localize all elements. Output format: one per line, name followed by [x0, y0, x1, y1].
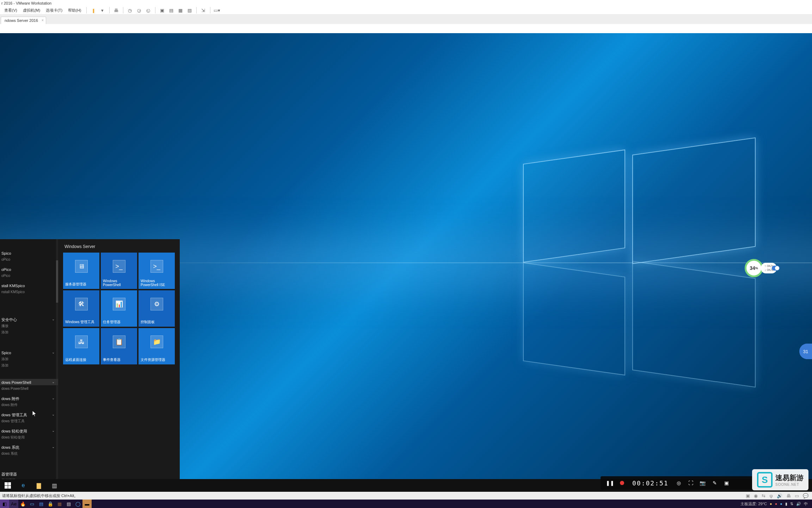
- menu-vm[interactable]: 虚拟机(M): [20, 8, 43, 13]
- host-app-3[interactable]: 🔥: [18, 500, 27, 508]
- sound-icon[interactable]: 🔊: [777, 493, 782, 498]
- print-icon[interactable]: 🖶: [113, 7, 119, 13]
- list-item[interactable]: oPico: [0, 266, 58, 272]
- display-icon[interactable]: ▭: [795, 493, 799, 498]
- list-group[interactable]: Spico: [0, 349, 58, 356]
- list-item[interactable]: 器管理器: [0, 471, 58, 477]
- tab-label: ndows Server 2016: [5, 18, 38, 23]
- start-app-list[interactable]: Spico oPico oPico oPico stall KMSpico ns…: [0, 239, 58, 479]
- cycle-icon[interactable]: ⇲: [200, 7, 207, 13]
- scrollbar[interactable]: [56, 239, 58, 479]
- net-icon[interactable]: ⇆: [762, 493, 765, 498]
- temp-label: 主板温度: 29°C: [740, 501, 767, 507]
- windows-logo-decor: [523, 146, 763, 386]
- list-group[interactable]: 安全中心: [0, 316, 58, 322]
- vm-tab[interactable]: ndows Server 2016 ×: [1, 17, 46, 24]
- start-tiles-panel: Windows Server 🖥服务器管理器 >_Windows PowerSh…: [58, 239, 180, 479]
- tile-group-title[interactable]: Windows Server: [63, 244, 175, 249]
- rdp-icon: 🖧: [75, 335, 88, 348]
- host-app-6[interactable]: 🔒: [46, 500, 55, 508]
- stretch-icon[interactable]: ▧: [186, 7, 193, 13]
- unity-icon[interactable]: ▤: [168, 7, 174, 13]
- host-app-2[interactable]: Ae: [9, 500, 18, 508]
- pause-icon[interactable]: ||: [90, 7, 97, 13]
- menu-view[interactable]: 查看(V): [1, 8, 20, 13]
- vmware-status-bar: 请将鼠标指针从虚拟机中移出或按 Ctrl+Alt。 ▣ ◉ ⇆ ψ 🔊 🖶 ▭ …: [0, 492, 812, 500]
- brush-icon[interactable]: ✎: [709, 478, 720, 488]
- taskbar-app[interactable]: ▥: [47, 479, 62, 492]
- tile-server-manager[interactable]: 🖥服务器管理器: [63, 253, 99, 289]
- tools-icon: 🛠: [75, 298, 88, 310]
- tile-remote-desktop[interactable]: 🖧远程桌面连接: [63, 328, 99, 364]
- printer-icon[interactable]: 🖶: [786, 493, 791, 498]
- recording-toolbar[interactable]: ❚❚ 00:02:51 ◎ ⛶ 📷 ✎ ▣: [601, 476, 756, 490]
- mouse-cursor: [32, 411, 37, 417]
- disk-icon[interactable]: ▣: [746, 493, 750, 498]
- taskbar-explorer[interactable]: ▇: [31, 479, 47, 492]
- cd-icon[interactable]: ◉: [754, 493, 758, 498]
- pause-rec-button[interactable]: ❚❚: [605, 478, 615, 488]
- host-app-1[interactable]: ◧: [0, 500, 9, 508]
- host-app-5[interactable]: ▤: [37, 500, 46, 508]
- vmware-title-bar: r 2016 - VMware Workstation: [0, 0, 812, 6]
- tile-admin-tools[interactable]: 🛠Windows 管理工具: [63, 290, 99, 327]
- start-button[interactable]: [0, 479, 16, 492]
- usb-icon[interactable]: ψ: [769, 493, 773, 498]
- list-group[interactable]: dows 轻松使用: [0, 428, 58, 434]
- side-bubble[interactable]: 31: [799, 344, 812, 359]
- tile-file-explorer[interactable]: 📁文件资源管理器: [139, 328, 175, 364]
- tile-control-panel[interactable]: ⚙控制面板: [139, 290, 175, 327]
- list-group[interactable]: dows 系统: [0, 444, 58, 450]
- host-app-9[interactable]: ◯: [73, 500, 82, 508]
- menu-tabs[interactable]: 选项卡(T): [43, 8, 65, 13]
- host-app-10[interactable]: ▬: [82, 500, 92, 508]
- tile-powershell-ise[interactable]: >_Windows PowerShell ISE: [139, 253, 175, 289]
- console-icon[interactable]: ▦: [177, 7, 184, 13]
- list-item-sub: oPico: [0, 256, 58, 262]
- windows-icon: [5, 482, 11, 489]
- toggle-icon[interactable]: [772, 266, 780, 271]
- snapshot-revert-icon[interactable]: ◵: [145, 7, 152, 13]
- list-item-sub: 添加: [0, 329, 58, 335]
- list-group[interactable]: dows 附件: [0, 395, 58, 401]
- expand-icon[interactable]: ⛶: [685, 478, 696, 488]
- host-app-4[interactable]: ▭: [27, 500, 37, 508]
- record-button[interactable]: [617, 478, 627, 488]
- library-icon[interactable]: ▭▾: [214, 7, 220, 13]
- tray-icon[interactable]: ●: [780, 502, 782, 506]
- tray-sound-icon[interactable]: 🔊: [796, 502, 801, 506]
- target-icon[interactable]: ◎: [673, 478, 684, 488]
- close-icon[interactable]: ×: [42, 18, 44, 22]
- host-app-7[interactable]: ▦: [55, 500, 64, 508]
- message-icon[interactable]: 💬: [803, 493, 808, 498]
- snapshot-manage-icon[interactable]: ◶: [136, 7, 142, 13]
- list-item-sub: 添加: [0, 356, 58, 362]
- tray-net-icon[interactable]: ⇅: [790, 502, 793, 506]
- tray-ime-icon[interactable]: 中: [804, 501, 808, 507]
- tray-icon[interactable]: ●: [770, 502, 772, 506]
- list-item-sub: dows 管理工具: [0, 418, 58, 424]
- snapshot-icon[interactable]: ◷: [127, 7, 133, 13]
- tray-icon[interactable]: ●: [775, 502, 777, 506]
- powershell-icon: >_: [113, 260, 125, 273]
- tray-icon[interactable]: ▮: [785, 502, 787, 506]
- perf-gauge-widget[interactable]: 34% ↑ 0K/s ↓ 0K/s: [745, 259, 777, 277]
- tile-event-viewer[interactable]: 📋事件查看器: [101, 328, 137, 364]
- list-item-sub: nstall KMSpico: [0, 289, 58, 295]
- tile-task-manager[interactable]: 📊任务管理器: [101, 290, 137, 327]
- tile-powershell[interactable]: >_Windows PowerShell: [101, 253, 137, 289]
- menu-help[interactable]: 帮助(H): [65, 8, 84, 13]
- list-item[interactable]: Spico: [0, 250, 58, 256]
- fullscreen-icon[interactable]: ▣: [159, 7, 165, 13]
- vmware-menu-bar: 查看(V) 虚拟机(M) 选项卡(T) 帮助(H) || ▾ 🖶 ◷ ◶ ◵ ▣…: [0, 6, 812, 14]
- stop-icon[interactable]: ▣: [721, 478, 732, 488]
- tiles-grid: 🖥服务器管理器 >_Windows PowerShell >_Windows P…: [63, 253, 175, 364]
- list-group-powershell[interactable]: dows PowerShell: [0, 379, 58, 385]
- taskbar-ie[interactable]: e: [16, 479, 31, 492]
- status-text: 请将鼠标指针从虚拟机中移出或按 Ctrl+Alt。: [2, 493, 78, 498]
- list-group[interactable]: dows 管理工具: [0, 411, 58, 418]
- list-item[interactable]: stall KMSpico: [0, 282, 58, 289]
- dropdown-icon[interactable]: ▾: [99, 7, 106, 13]
- host-app-8[interactable]: ▧: [64, 500, 73, 508]
- camera-icon[interactable]: 📷: [697, 478, 708, 488]
